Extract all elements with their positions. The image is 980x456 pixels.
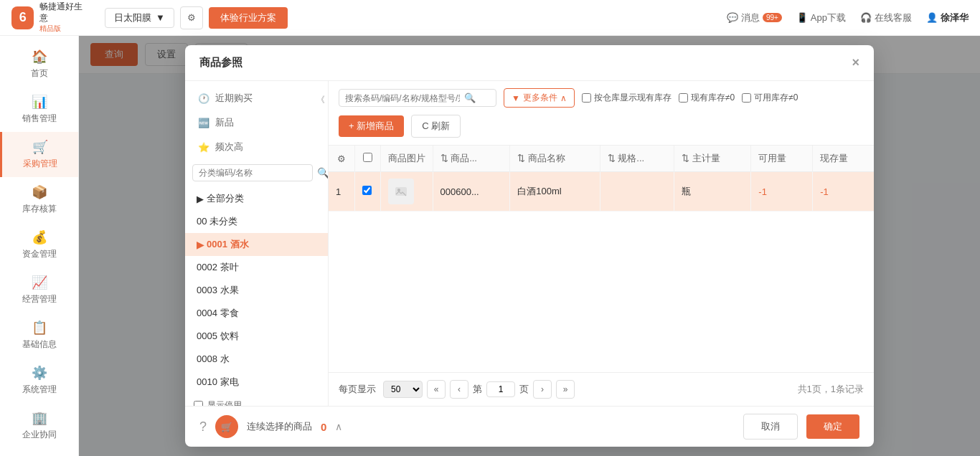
service-item[interactable]: 🎧 在线客服 [860, 11, 912, 24]
sidebar-item-inventory[interactable]: 📦 库存核算 [0, 177, 78, 222]
available-not-zero-label[interactable]: 可用库存≠0 [742, 92, 798, 104]
category-item-0003[interactable]: 0003 水果 [185, 279, 328, 302]
filter-label: 更多条件 [523, 92, 557, 104]
category-0002-label: 0002 茶叶 [197, 261, 239, 274]
modal-header: 商品参照 × [185, 45, 874, 81]
table-row[interactable]: 1 [329, 172, 874, 212]
row-select-checkbox[interactable] [362, 186, 372, 195]
stock-not-zero-checkbox[interactable] [679, 93, 688, 103]
sidebar-item-finance[interactable]: 💰 资金管理 [0, 222, 78, 267]
col-unit[interactable]: ⇅ 主计量 [674, 146, 751, 172]
try-industry-button[interactable]: 体验行业方案 [209, 7, 288, 29]
sidebar-item-basic[interactable]: 📋 基础信息 [0, 313, 78, 358]
logo-sub: 精品版 [39, 24, 90, 34]
col-spec[interactable]: ⇅ 规格... [600, 146, 674, 172]
select-all-checkbox[interactable] [363, 153, 372, 162]
category-search-icon[interactable]: 🔍 [317, 167, 329, 179]
category-item-0004[interactable]: 0004 零食 [185, 302, 328, 325]
continuous-select-label: 连续选择的商品 [247, 420, 312, 433]
recent-purchase-item[interactable]: 🕐 近期购买 [191, 87, 322, 110]
row-spec [600, 172, 674, 212]
top-nav: 6 畅捷通好生意 精品版 日太阳膜 ▼ ⚙ 体验行业方案 💬 消息 99+ 📱 … [0, 0, 980, 36]
mobile-icon: 📱 [796, 12, 808, 23]
sidebar-item-finance-label: 资金管理 [22, 248, 57, 260]
settings-icon[interactable]: ⚙ [180, 6, 203, 29]
page-first-button[interactable]: « [427, 380, 446, 399]
col-code-label: 商品... [451, 153, 477, 163]
sidebar-item-purchase[interactable]: 🛒 采购管理 [0, 132, 78, 177]
product-search-icon[interactable]: 🔍 [464, 92, 476, 103]
collapse-panel-button[interactable]: 《 [314, 87, 328, 113]
sidebar-item-guide[interactable]: 🎯 新手引导 [0, 448, 78, 456]
page-prev-button[interactable]: ‹ [450, 380, 468, 399]
sidebar: 🏠 首页 📊 销售管理 🛒 采购管理 📦 库存核算 💰 资金管理 📈 经营管理 … [0, 36, 79, 456]
category-item-0001[interactable]: ▶ 0001 酒水 [185, 233, 328, 256]
clock-icon: 🕐 [198, 93, 209, 104]
col-settings[interactable]: ⚙ [329, 146, 354, 172]
col-name[interactable]: ⇅ 商品名称 [510, 146, 600, 172]
col-available: 可用量 [751, 146, 813, 172]
col-stock-label: 现存量 [820, 153, 848, 163]
triangle-0001-icon: ▶ [197, 239, 204, 250]
col-available-label: 可用量 [758, 153, 786, 163]
app-download-item[interactable]: 📱 App下载 [796, 11, 846, 24]
app-download-label: App下载 [811, 11, 846, 24]
per-page-select[interactable]: 50 20 100 [383, 381, 423, 398]
new-product-item[interactable]: 🆕 新品 [191, 111, 322, 134]
stock-not-zero-label[interactable]: 现有库存≠0 [679, 92, 735, 104]
show-disabled-checkbox[interactable] [194, 401, 203, 406]
warehouse-display-checkbox[interactable] [582, 93, 591, 103]
footer-collapse-arrow[interactable]: ∧ [335, 421, 342, 432]
sidebar-item-system[interactable]: ⚙️ 系统管理 [0, 358, 78, 403]
message-item[interactable]: 💬 消息 99+ [727, 11, 782, 24]
confirm-button[interactable]: 确定 [806, 414, 859, 439]
category-search-row: 🔍 [185, 158, 328, 187]
category-item-0010[interactable]: 0010 家电 [185, 371, 328, 394]
add-product-button[interactable]: + 新增商品 [339, 115, 404, 137]
category-item-all[interactable]: ▶ 全部分类 [185, 187, 328, 210]
sidebar-item-enterprise[interactable]: 🏢 企业协同 [0, 403, 78, 448]
category-item-00[interactable]: 00 未分类 [185, 210, 328, 233]
page-number-input[interactable] [486, 381, 515, 397]
row-checkbox[interactable] [354, 172, 380, 212]
cart-icon[interactable]: 🛒 [215, 415, 238, 438]
sidebar-item-enterprise-label: 企业协同 [22, 429, 57, 441]
category-0005-label: 0005 饮料 [197, 330, 239, 343]
page-next-button[interactable]: › [533, 380, 552, 399]
modal-close-button[interactable]: × [852, 55, 859, 70]
message-badge: 99+ [763, 13, 782, 22]
category-0004-label: 0004 零食 [197, 307, 239, 320]
category-search-input[interactable] [192, 164, 313, 181]
col-code[interactable]: ⇅ 商品... [433, 146, 510, 172]
show-disabled-label: 显示停用 [207, 399, 242, 406]
show-disabled-row: 显示停用 [185, 394, 328, 406]
category-item-0005[interactable]: 0005 饮料 [185, 325, 328, 348]
category-item-0008[interactable]: 0008 水 [185, 348, 328, 371]
image-placeholder-icon [394, 184, 408, 199]
sidebar-item-home-label: 首页 [31, 67, 48, 80]
user-avatar[interactable]: 👤 徐泽华 [926, 11, 969, 24]
avatar-icon: 👤 [926, 12, 938, 23]
sidebar-item-operation[interactable]: 📈 经营管理 [0, 267, 78, 313]
cancel-button[interactable]: 取消 [743, 414, 798, 440]
more-filter-button[interactable]: ▼ 更多条件 ∧ [504, 88, 575, 108]
sidebar-item-sales[interactable]: 📊 销售管理 [0, 87, 78, 132]
nav-dropdown-label: 日太阳膜 [114, 11, 151, 24]
recent-purchase-label: 近期购买 [215, 92, 253, 105]
category-item-0002[interactable]: 0002 茶叶 [185, 256, 328, 279]
row-image [380, 172, 433, 212]
page-label-text: 第 [473, 383, 482, 396]
refresh-product-button[interactable]: C 刷新 [411, 115, 461, 138]
available-not-zero-checkbox[interactable] [742, 93, 751, 103]
headset-icon: 🎧 [860, 12, 872, 23]
product-search-input[interactable] [345, 93, 460, 103]
warehouse-display-label[interactable]: 按仓库显示现有库存 [582, 92, 672, 104]
page-last-button[interactable]: » [556, 380, 575, 399]
nav-dropdown[interactable]: 日太阳膜 ▼ [105, 8, 174, 28]
sidebar-item-home[interactable]: 🏠 首页 [0, 42, 78, 87]
help-icon[interactable]: ? [199, 419, 207, 434]
sort-spec-icon: ⇅ [608, 153, 616, 163]
frequent-item[interactable]: ⭐ 频次高 [191, 136, 322, 158]
category-all-label: 全部分类 [207, 192, 244, 205]
content-area: 查询 设置 C 刷新 商品参照 × 🕐 近期购买 [79, 36, 980, 456]
